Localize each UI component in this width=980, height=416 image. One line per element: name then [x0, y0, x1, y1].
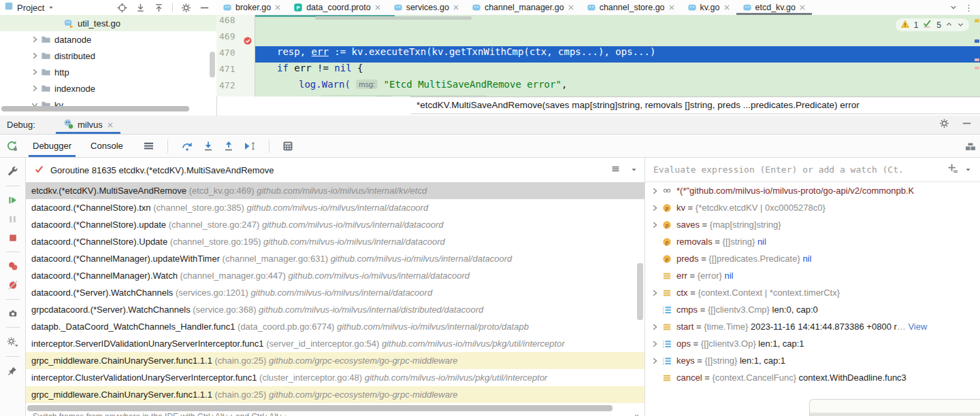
tab-debugger[interactable]: Debugger: [29, 135, 76, 157]
tabs-chevron-icon[interactable]: [949, 3, 958, 12]
run-to-cursor-icon[interactable]: [244, 141, 256, 152]
gear-icon[interactable]: [939, 118, 949, 131]
variable-row-cmps[interactable]: 123cmps = {[]clientv3.Cmp} len:0, cap:0: [645, 301, 980, 318]
variable-row-ops[interactable]: 123ops = {[]clientv3.Op} len:1, cap:1: [645, 335, 980, 352]
chevron-right-icon[interactable]: [649, 289, 660, 297]
code-line-470[interactable]: if err != nil {: [255, 63, 980, 79]
add-watch-icon[interactable]: [947, 163, 958, 176]
tab-channel-manager-go[interactable]: channel_manager.go: [466, 0, 581, 15]
scroll-down-icon[interactable]: [135, 3, 146, 13]
frames-horizontal-scrollbar[interactable]: [27, 405, 612, 411]
tab-etcd-kv-go[interactable]: etcd_kv.go: [736, 0, 813, 15]
close-icon[interactable]: [799, 4, 806, 11]
step-over-icon[interactable]: [181, 141, 193, 152]
stack-frame[interactable]: datapb._DataCoord_WatchChannels_Handler.…: [26, 318, 644, 335]
stack-frame[interactable]: grpc_middleware.ChainUnaryServer.func1.1…: [26, 386, 644, 403]
gear-icon[interactable]: [181, 3, 191, 13]
chevron-right-icon[interactable]: [649, 221, 660, 229]
close-icon[interactable]: [668, 4, 675, 11]
pin-icon[interactable]: [7, 366, 18, 376]
tab-options-icon[interactable]: ⋮: [964, 3, 973, 12]
sidebar-item-util-test-go[interactable]: util_test.go: [0, 15, 216, 31]
scrollbar-mark-pink-1[interactable]: [975, 58, 979, 61]
chevron-right-icon[interactable]: [649, 187, 660, 195]
project-horizontal-scrollbar[interactable]: [1, 106, 189, 111]
variable-row-keys[interactable]: 123keys = {[]string} len:1, cap:1: [645, 352, 980, 369]
chevron-right-icon[interactable]: [649, 204, 660, 212]
stop-icon[interactable]: [8, 233, 18, 243]
project-vertical-scrollbar[interactable]: [210, 52, 215, 77]
close-icon[interactable]: [453, 4, 459, 11]
settings-icon[interactable]: [7, 336, 18, 347]
pause-icon[interactable]: [7, 214, 18, 224]
sidebar-item-datanode[interactable]: datanode: [0, 31, 216, 48]
locate-icon[interactable]: [117, 3, 127, 13]
close-icon[interactable]: [274, 4, 281, 11]
chevron-right-icon[interactable]: [649, 340, 660, 348]
tab-services-go[interactable]: services.go: [387, 0, 466, 15]
dropdown-arrow-icon[interactable]: [964, 164, 972, 176]
inspection-widget[interactable]: 1 5: [896, 18, 969, 31]
variable-row-preds[interactable]: ppreds = {[]predicates.Predicate} nil: [645, 250, 980, 267]
prev-issue-icon[interactable]: [945, 20, 953, 30]
code-line-468[interactable]: [255, 30, 980, 46]
evaluate-bar[interactable]: Evaluate expression (Enter) or add a wat…: [645, 158, 980, 182]
close-icon[interactable]: [568, 4, 574, 11]
view-options-icon[interactable]: [143, 141, 154, 151]
threads-view-icon[interactable]: [610, 164, 621, 175]
stack-frame[interactable]: interceptor.ServerIDValidationUnaryServe…: [26, 335, 644, 352]
variable-row-kv[interactable]: pkv = {*etcdkv.etcdKV | 0xc0005278c0}: [645, 199, 980, 216]
tab-data-coord-proto[interactable]: Pdata_coord.proto: [287, 0, 387, 15]
close-icon[interactable]: [723, 4, 730, 11]
evaluate-expression-icon[interactable]: [282, 141, 293, 152]
wrench-icon[interactable]: [7, 166, 18, 177]
variable-row-cancel[interactable]: cancel = {context.CancelFunc} context.Wi…: [645, 369, 980, 386]
dropdown-arrow-icon[interactable]: [630, 165, 638, 175]
stack-frame[interactable]: grpc_middleware.ChainUnaryServer.func1.1…: [26, 352, 644, 369]
chevron-right-icon[interactable]: [649, 323, 660, 331]
resume-icon[interactable]: [7, 195, 18, 205]
chevron-down-icon[interactable]: [48, 1, 54, 14]
scrollbar-mark-pink-2[interactable]: [975, 67, 979, 69]
tab-kv-go[interactable]: kv.go: [681, 0, 736, 15]
variable-row-err[interactable]: err = {error} nil: [645, 267, 980, 284]
close-icon[interactable]: [107, 119, 114, 131]
chevron-right-icon[interactable]: [30, 52, 39, 60]
frames-vertical-scrollbar[interactable]: [637, 263, 643, 320]
tab-channel-store-go[interactable]: channel_store.go: [581, 0, 681, 15]
stack-frame[interactable]: datacoord.(*Server).WatchChannels (servi…: [26, 284, 644, 301]
chevron-right-icon[interactable]: [649, 357, 660, 365]
variable-row-start[interactable]: start = {time.Time} 2023-11-16 14:41:44.…: [645, 318, 980, 335]
close-icon[interactable]: [374, 4, 381, 11]
frames-header[interactable]: Goroutine 81635 etcdkv.(*etcdKV).MultiSa…: [26, 158, 644, 182]
code-line-469[interactable]: resp, err := kv.executeTxn(kv.getTxnWith…: [255, 46, 980, 63]
rerun-icon[interactable]: [6, 140, 18, 152]
hide-icon[interactable]: [962, 118, 972, 131]
variable-row-saves[interactable]: psaves = {map[string]string}: [645, 216, 980, 233]
layout-settings-icon[interactable]: [965, 141, 976, 152]
scroll-up-icon[interactable]: [154, 3, 164, 13]
camera-icon[interactable]: [7, 309, 18, 318]
hint-close-icon[interactable]: ×: [634, 412, 639, 416]
stack-frame[interactable]: datacoord.(*ChannelManager).Watch (chann…: [26, 267, 644, 284]
chevron-right-icon[interactable]: [30, 35, 39, 44]
chevron-right-icon[interactable]: [30, 68, 39, 76]
tab-broker-go[interactable]: broker.go: [216, 0, 287, 15]
stack-frame[interactable]: datacoord.(*ChannelManager).updateWithTi…: [26, 250, 644, 267]
project-title[interactable]: Project: [17, 3, 44, 13]
tab-console[interactable]: Console: [86, 135, 127, 157]
minimize-icon[interactable]: [199, 3, 210, 13]
next-issue-icon[interactable]: [957, 20, 964, 30]
sidebar-item-indexnode[interactable]: indexnode: [0, 80, 216, 97]
variable-row-ctx[interactable]: ctx = {context.Context | *context.timerC…: [645, 284, 980, 301]
stack-frame[interactable]: datacoord.(*ChannelStore).txn (channel_s…: [26, 199, 644, 216]
stack-frame[interactable]: datacoord.(*ChannelStore).update (channe…: [26, 216, 644, 233]
step-out-icon[interactable]: [223, 141, 234, 152]
scrollbar-mark-current-line[interactable]: [975, 39, 979, 43]
code-line-471[interactable]: log.Warn( msg: "Etcd MultiSaveAndRemove …: [255, 79, 980, 95]
sidebar-item-distributed[interactable]: distributed: [0, 48, 216, 64]
code-editor[interactable]: 468469470471472 resp, err := kv.executeT…: [216, 15, 980, 97]
editor-gutter[interactable]: 468469470471472: [216, 15, 255, 97]
watch-row[interactable]: *(*"github.com/milvus-io/milvus-proto/go…: [645, 182, 980, 199]
sidebar-item-http[interactable]: http: [0, 64, 216, 80]
